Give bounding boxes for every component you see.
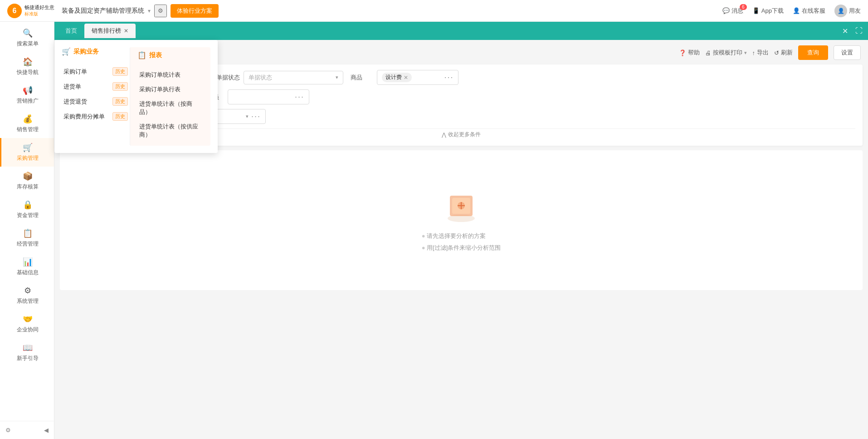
receipt-stats-goods-label: 进货单统计表（按商品）	[139, 100, 204, 116]
salesperson-input[interactable]: ···	[228, 89, 309, 104]
collapse-button[interactable]: ⋀ 收起更多条件	[442, 131, 481, 138]
salesperson-dots[interactable]: ···	[295, 92, 304, 102]
empty-hint-2: 用[过滤]条件来缩小分析范围	[422, 242, 501, 254]
message-icon: 💬	[722, 7, 730, 14]
tab-close-icon[interactable]: ✕	[124, 28, 128, 34]
sidebar-item-sales[interactable]: 💰 销售管理	[0, 109, 54, 138]
refresh-icon: ↺	[774, 49, 779, 56]
purchase-order-history: 历史	[112, 67, 128, 76]
goods-label: 商品	[351, 74, 373, 82]
menu-item-purchase-receipt[interactable]: 进货单 历史	[62, 79, 130, 94]
print-arrow: ▾	[744, 50, 747, 56]
sidebar-item-system-label: 系统管理	[17, 297, 39, 305]
logo-badge: 标准版	[24, 11, 54, 17]
menu-item-receipt-stats-supplier[interactable]: 进货单统计表（按供应商）	[137, 119, 205, 142]
menu-item-order-stats[interactable]: 采购订单统计表	[137, 68, 205, 82]
system-icon: ⚙	[24, 286, 31, 296]
system-title: 装备及固定资产辅助管理系统	[62, 7, 144, 15]
dropdown-menu: 🛒 采购业务 采购订单 历史 进货单 历史 进货退货 历史 采购费用分摊单 历史	[54, 40, 218, 153]
industry-btn[interactable]: 体验行业方案	[171, 4, 219, 18]
sidebar-item-finance-label: 资金管理	[17, 212, 39, 219]
purchase-return-history: 历史	[112, 97, 128, 106]
notifications-badge: 6	[740, 4, 747, 10]
sidebar-item-enterprise[interactable]: 🤝 企业协同	[0, 310, 54, 338]
tab-sales-rank-label: 销售排行榜	[92, 27, 121, 35]
sidebar-menu: 🔍 搜索菜单 🏠 快捷导航 📢 营销推广 💰 销售管理 🛒 采购管理 📦 库存核…	[0, 22, 54, 421]
purchase-order-label: 采购订单	[63, 68, 87, 76]
operations-icon: 📋	[23, 228, 33, 238]
user-label: 用友	[849, 7, 861, 15]
print-action[interactable]: 🖨 按模板打印 ▾	[705, 49, 747, 57]
query-button[interactable]: 查询	[798, 45, 828, 60]
tab-close-all-btn[interactable]: ✕	[840, 25, 850, 37]
sidebar-item-quick-nav[interactable]: 🏠 快捷导航	[0, 52, 54, 81]
export-icon: ↑	[752, 49, 756, 56]
empty-state: 请先选择要分析的方案 用[过滤]条件来缩小分析范围	[60, 150, 863, 290]
sidebar-item-search[interactable]: 🔍 搜索菜单	[0, 24, 54, 52]
sidebar-item-search-label: 搜索菜单	[17, 40, 39, 48]
reports-col-title-text: 报表	[149, 51, 162, 59]
sales-icon: 💰	[23, 114, 33, 124]
tab-sales-rank[interactable]: 销售排行榜 ✕	[84, 24, 136, 38]
goods-dots[interactable]: ···	[444, 73, 454, 82]
sidebar-item-system[interactable]: ⚙ 系统管理	[0, 281, 54, 310]
goods-input[interactable]: 设计费 ✕ ···	[377, 70, 458, 85]
sidebar-item-purchase[interactable]: 🛒 采购管理	[0, 138, 54, 167]
sidebar-footer: ⚙ ◀	[0, 421, 54, 439]
title-dropdown-arrow[interactable]: ▾	[148, 8, 151, 14]
finance-icon: 🔒	[23, 200, 33, 210]
empty-text-list: 请先选择要分析的方案 用[过滤]条件来缩小分析范围	[422, 230, 501, 254]
empty-icon	[439, 187, 484, 223]
help-action[interactable]: ❓ 帮助	[679, 49, 700, 57]
sidebar-item-finance[interactable]: 🔒 资金管理	[0, 195, 54, 224]
refresh-action[interactable]: ↺ 刷新	[774, 49, 793, 57]
user-action[interactable]: 👤 用友	[834, 5, 861, 17]
notifications-action[interactable]: 💬 消息 6	[722, 7, 743, 15]
tab-expand-btn[interactable]: ⛶	[853, 25, 864, 37]
settings-icon-btn[interactable]: ⚙	[154, 5, 167, 17]
sidebar-item-operations[interactable]: 📋 经营管理	[0, 224, 54, 252]
purchase-receipt-history: 历史	[112, 82, 128, 91]
sidebar: 🔍 搜索菜单 🏠 快捷导航 📢 营销推广 💰 销售管理 🛒 采购管理 📦 库存核…	[0, 22, 54, 439]
tab-home[interactable]: 首页	[58, 24, 84, 38]
goods-tag-text: 设计费	[385, 74, 402, 81]
logo-area: 6 畅捷通好生意 标准版	[7, 4, 62, 18]
voucher-status-input[interactable]: 单据状态 ▾	[244, 71, 343, 84]
online-service-action[interactable]: 👤 在线客服	[793, 7, 825, 15]
sidebar-collapse-btn[interactable]: ◀	[44, 427, 49, 434]
app-download-action[interactable]: 📱 App下载	[752, 7, 784, 15]
phone-icon: 📱	[752, 7, 760, 14]
purchase-col-icon: 🛒	[62, 47, 71, 56]
sidebar-item-purchase-label: 采购管理	[17, 154, 39, 162]
inventory-icon: 📦	[23, 171, 33, 181]
print-icon: 🖨	[705, 49, 711, 56]
logo-icon: 6	[7, 4, 22, 18]
menu-item-receipt-stats-goods[interactable]: 进货单统计表（按商品）	[137, 97, 205, 119]
sidebar-item-inventory[interactable]: 📦 库存核算	[0, 167, 54, 195]
guide-icon: 📖	[23, 343, 33, 353]
logo-text: 畅捷通好生意	[24, 4, 54, 10]
sidebar-item-guide[interactable]: 📖 新手引导	[0, 338, 54, 367]
menu-item-order-exec[interactable]: 采购订单执行表	[137, 82, 205, 97]
customer-dots[interactable]: ···	[251, 112, 261, 121]
menu-item-purchase-return[interactable]: 进货退货 历史	[62, 94, 130, 109]
home-icon: 🏠	[23, 57, 33, 67]
goods-tag-close[interactable]: ✕	[404, 74, 408, 81]
app-download-label: App下载	[761, 7, 784, 15]
menu-col-reports-title: 📋 报表	[137, 51, 205, 62]
settings-button[interactable]: 设置	[834, 45, 861, 60]
online-service-label: 在线客服	[802, 7, 825, 15]
top-header: 6 畅捷通好生意 标准版 装备及固定资产辅助管理系统 ▾ ⚙ 体验行业方案 💬 …	[0, 0, 868, 22]
menu-item-purchase-order[interactable]: 采购订单 历史	[62, 64, 130, 79]
sidebar-item-basic-info[interactable]: 📊 基础信息	[0, 252, 54, 281]
menu-item-purchase-fee[interactable]: 采购费用分摊单 历史	[62, 109, 130, 124]
sidebar-item-marketing[interactable]: 📢 营销推广	[0, 81, 54, 109]
filter-goods: 商品 设计费 ✕ ···	[351, 70, 458, 85]
tab-home-label: 首页	[65, 27, 77, 35]
sidebar-item-guide-label: 新手引导	[17, 355, 39, 362]
export-action[interactable]: ↑ 导出	[752, 49, 769, 57]
refresh-label: 刷新	[781, 49, 793, 57]
sidebar-settings-btn[interactable]: ⚙	[5, 427, 11, 434]
purchase-receipt-label: 进货单	[63, 83, 81, 91]
purchase-fee-label: 采购费用分摊单	[63, 113, 105, 121]
